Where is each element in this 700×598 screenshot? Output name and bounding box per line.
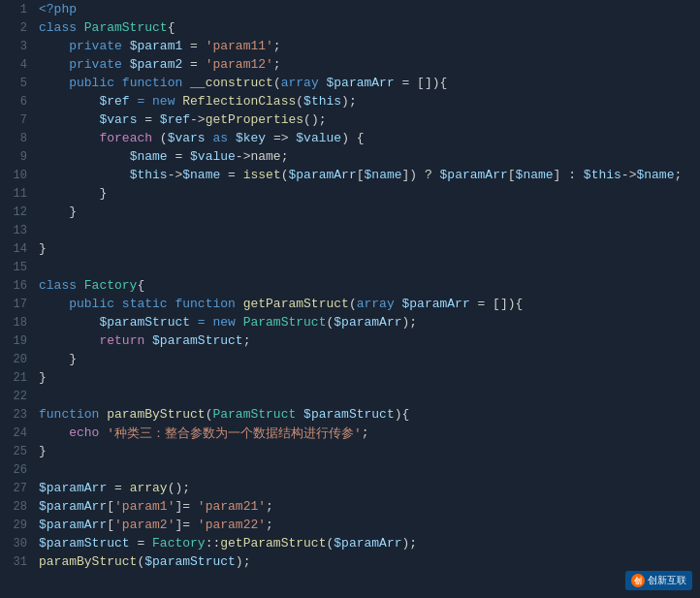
code-token: [	[357, 168, 365, 182]
code-line: class Factory{	[39, 276, 700, 295]
code-token: paramByStruct	[107, 407, 205, 422]
code-token: [	[107, 499, 114, 514]
code-line: }	[39, 350, 700, 368]
code-line: }	[39, 203, 700, 221]
code-token: $paramArr	[334, 315, 401, 330]
code-token: public	[39, 297, 122, 311]
code-token: private	[39, 39, 130, 53]
code-token: $name	[636, 168, 674, 182]
line-number: 11	[0, 184, 35, 203]
code-token: public	[39, 76, 122, 90]
line-number: 3	[0, 37, 35, 55]
code-token: }	[39, 186, 107, 201]
logo-text: 创新互联	[648, 574, 686, 587]
code-token: =	[220, 168, 242, 182]
code-area[interactable]: <?phpclass ParamStruct{ private $param1 …	[35, 0, 700, 598]
code-line: public function __construct(array $param…	[39, 74, 700, 92]
code-token: ();	[303, 112, 326, 127]
code-line: return $paramStruct;	[39, 331, 700, 350]
code-token: ]) ?	[402, 168, 440, 182]
line-number: 6	[0, 92, 35, 110]
code-token: );	[236, 554, 251, 569]
logo-icon: 创	[631, 574, 645, 587]
line-number: 13	[0, 221, 35, 239]
code-token: $paramArr	[39, 481, 107, 495]
code-token: =	[168, 149, 190, 164]
code-token: = []){	[470, 297, 524, 311]
line-number: 15	[0, 258, 35, 276]
line-numbers: 1234567891011121314151617181920212223242…	[0, 0, 35, 598]
line-number: 27	[0, 479, 35, 497]
code-token: = new	[130, 94, 183, 109]
line-number: 18	[0, 313, 35, 331]
code-token: $paramArr	[402, 297, 470, 311]
line-number: 21	[0, 368, 35, 387]
code-token: static	[122, 297, 175, 311]
code-token: );	[402, 536, 418, 551]
code-token: =	[130, 536, 152, 551]
code-token: =	[137, 112, 159, 127]
code-line: <?php	[39, 0, 700, 18]
code-line	[39, 387, 700, 405]
code-token: $name	[365, 168, 402, 182]
code-token: [	[107, 518, 114, 532]
code-token: $paramArr	[39, 499, 107, 514]
code-line: }	[39, 184, 700, 203]
line-number: 28	[0, 497, 35, 516]
code-token: ();	[168, 481, 190, 495]
code-token: $key	[236, 131, 266, 145]
code-token: getParamStruct	[220, 536, 326, 551]
code-token	[39, 94, 99, 109]
code-token: $paramArr	[39, 518, 107, 532]
code-token: ] :	[554, 168, 584, 182]
code-token: 'param22'	[198, 518, 266, 532]
code-token	[39, 425, 69, 440]
line-number: 22	[0, 387, 35, 405]
code-token: $this	[584, 168, 621, 182]
line-number: 2	[0, 18, 35, 37]
code-token: ParamStruct	[212, 407, 303, 422]
code-token: ){	[395, 407, 410, 422]
code-token: $vars	[168, 131, 206, 145]
code-token: $paramStruct	[152, 333, 243, 348]
code-token: ;	[674, 168, 682, 182]
code-token: array	[357, 297, 402, 311]
code-line: function paramByStruct(ParamStruct $para…	[39, 405, 700, 424]
line-number: 26	[0, 460, 35, 479]
code-token: $ref	[160, 112, 190, 127]
line-number: 14	[0, 239, 35, 258]
code-token: '种类三：整合参数为一个数据结构进行传参'	[107, 425, 362, 442]
code-line	[39, 221, 700, 239]
code-line	[39, 258, 700, 276]
code-token: $param1	[130, 39, 183, 53]
code-token: function	[175, 297, 242, 311]
code-token	[39, 149, 130, 164]
code-token: array	[281, 76, 327, 90]
code-token: $paramArr	[289, 168, 357, 182]
line-number: 31	[0, 552, 35, 571]
code-line: $paramArr = array();	[39, 479, 700, 497]
line-number: 8	[0, 129, 35, 147]
code-token: (	[281, 168, 289, 182]
code-line: private $param2 = 'param12';	[39, 55, 700, 74]
line-number: 23	[0, 405, 35, 424]
code-editor: 1234567891011121314151617181920212223242…	[0, 0, 700, 598]
code-token: return	[99, 333, 152, 348]
code-token: ParamStruct	[243, 315, 327, 330]
code-token: ->	[168, 168, 183, 182]
code-line: $name = $value->name;	[39, 147, 700, 166]
line-number: 1	[0, 0, 35, 18]
code-token: <?php	[39, 2, 77, 16]
line-number: 10	[0, 166, 35, 184]
code-token: $paramStruct	[99, 315, 190, 330]
code-token: ->	[190, 112, 206, 127]
code-line: }	[39, 368, 700, 387]
code-token: $param2	[130, 57, 183, 72]
code-token: }	[39, 352, 77, 366]
code-token: [	[508, 168, 516, 182]
code-token: class	[39, 278, 84, 293]
code-token: function	[122, 76, 190, 90]
code-line: $vars = $ref->getProperties();	[39, 110, 700, 129]
code-token: (	[296, 94, 303, 109]
code-line: paramByStruct($paramStruct);	[39, 552, 700, 571]
